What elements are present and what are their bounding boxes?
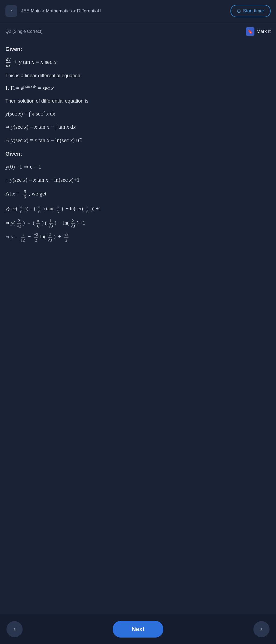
arrow-4: ⇒ <box>5 233 9 241</box>
frac-pi-6-d: π 6 <box>56 204 60 214</box>
next-button[interactable]: Next <box>113 621 163 638</box>
frac-sqrt3-2-b: √3 2 <box>64 232 68 242</box>
solution-eq-7: ⇒ y = π 12 − √3 2 ln( 2 √3 ) + √3 2 <box>5 232 271 242</box>
linear-de-text: This is a linear differential equation. <box>5 72 271 80</box>
solution-eq-3-text: y(sec x) = x tan x − ln(sec x)+C <box>11 136 82 145</box>
solution-eq-6: ⇒ y( 2 √3 ) = ( π 6 ) ( 1 √3 ) − ln( 2 <box>5 218 271 228</box>
solution-eq-2: ⇒ y(sec x) = x tan x − ∫ tan x dx <box>5 122 271 132</box>
solution-eq-3: ⇒ y(sec x) = x tan x − ln(sec x)+C <box>5 136 271 145</box>
frac-1-sqrt3: 1 √3 <box>49 218 53 228</box>
fraction-dy-dx: dy dx <box>6 57 11 68</box>
frac-pi-6: π 6 <box>23 189 27 200</box>
equation-main: dy dx + y tan x = x sec x <box>5 57 271 68</box>
header-left: ‹ JEE Main > Mathematics > Differential … <box>5 5 101 17</box>
arrow-1: ⇒ <box>5 123 9 131</box>
solution-eq-5: y(sec( π 6 )) = ( π 6 ) tan( π 6 ) − ln(… <box>5 204 271 214</box>
frac-pi-6-e: π 6 <box>85 204 89 214</box>
timer-label: Start timer <box>243 8 264 14</box>
at-x-text: At x = π 6 , we get <box>5 189 271 200</box>
bookmark-icon: 🔖 <box>247 29 253 34</box>
mark-icon: 🔖 <box>246 27 254 36</box>
start-timer-button[interactable]: ⊙ Start timer <box>230 5 271 17</box>
bottom-navigation: ‹ Next › <box>0 614 276 644</box>
solution-eq-4-text: y(sec x) = x tan x − ln(sec x)+1 <box>10 175 80 185</box>
arrow-2: ⇒ <box>5 136 9 145</box>
frac-2-sqrt3-b: 2 √3 <box>71 218 75 228</box>
then-solution-text: Then solution of differential equation i… <box>5 97 271 105</box>
header: ‹ JEE Main > Mathematics > Differential … <box>0 0 276 22</box>
frac-2-sqrt3-a: 2 √3 <box>17 218 21 228</box>
frac-pi-6-c: π 6 <box>37 204 41 214</box>
solution-eq-1: y(sec x) = ∫ x sec2 x dx <box>5 109 271 119</box>
frac-pi-12: π 12 <box>20 232 25 242</box>
mark-it-label: Mark It <box>257 29 271 34</box>
prev-button[interactable]: ‹ <box>6 621 23 637</box>
question-label: Q2 (Single Correct) <box>5 29 43 34</box>
mark-it-button[interactable]: 🔖 Mark It <box>246 27 271 36</box>
prev-icon: ‹ <box>13 626 15 633</box>
initial-condition: y(0)= 1 ⇒ c = 1 <box>5 162 271 172</box>
given-label-2: Given: <box>5 149 271 158</box>
solution-content: Given: dy dx + y tan x = x sec x This is… <box>0 38 276 278</box>
back-icon: ‹ <box>11 8 12 14</box>
equation-main-text: dy dx + y tan x = x sec x <box>5 58 56 65</box>
timer-icon: ⊙ <box>237 8 241 14</box>
solution-eq-6-text: y( 2 √3 ) = ( π 6 ) ( 1 √3 ) − ln( 2 √3 <box>11 218 85 228</box>
arrow-3: ⇒ <box>5 219 9 227</box>
frac-pi-6-b: π 6 <box>19 204 23 214</box>
solution-eq-4: ∴ y(sec x) = x tan x − ln(sec x)+1 <box>5 175 271 185</box>
frac-2-sqrt3-c: 2 √3 <box>48 232 52 242</box>
forward-button[interactable]: › <box>253 621 270 637</box>
therefore-symbol: ∴ <box>5 176 8 184</box>
breadcrumb: JEE Main > Mathematics > Differential I <box>21 8 101 14</box>
frac-pi-6-f: π 6 <box>36 218 40 228</box>
if-text: I. F. = e∫ tan x dx = sec x <box>5 85 54 91</box>
solution-eq-2-text: y(sec x) = x tan x − ∫ tan x dx <box>11 122 76 132</box>
at-x-label: At x = π 6 , we get <box>5 190 46 197</box>
back-button[interactable]: ‹ <box>5 5 17 17</box>
forward-icon: › <box>260 626 262 633</box>
frac-sqrt3-2-a: √3 2 <box>34 232 38 242</box>
integrating-factor: I. F. = e∫ tan x dx = sec x <box>5 83 271 93</box>
next-label: Next <box>132 626 144 632</box>
given-label-1: Given: <box>5 44 271 54</box>
question-meta: Q2 (Single Correct) 🔖 Mark It <box>0 22 276 38</box>
solution-eq-7-text: y = π 12 − √3 2 ln( 2 √3 ) + √3 2 <box>11 232 69 242</box>
